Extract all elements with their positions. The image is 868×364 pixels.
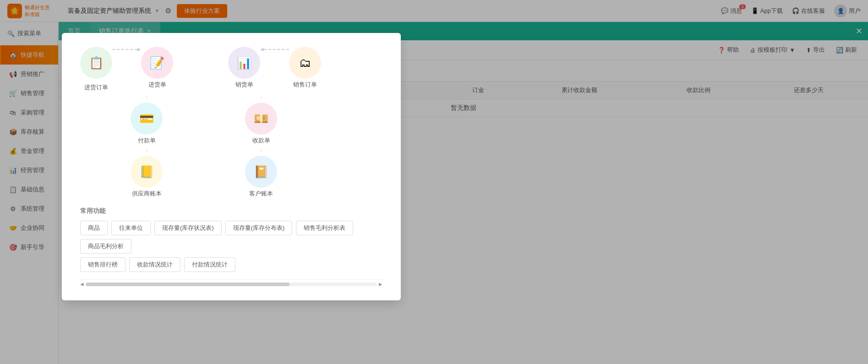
payment-in-icon: 💴	[254, 112, 268, 126]
scrollbar-thumb[interactable]	[86, 283, 289, 286]
dashed-line-1	[112, 49, 137, 50]
purchase-order-label: 进货订单	[84, 83, 108, 92]
arrow-2: ◀	[260, 47, 289, 62]
purchase-order-circle: 📋	[80, 47, 112, 79]
flow-popup: 📋 进货订单 ▶ 📝 进货单 📊 销货单 ◀	[62, 33, 401, 300]
common-functions: 常用功能 商品 往来单位 现存量(库存状况表) 现存量(库存分布表) 销售毛利分…	[80, 207, 382, 272]
flow-row-3: ↓ 📒 供应商账本 ↓ 📔 客户账本	[80, 145, 382, 198]
down-arrow-4: ↓	[260, 145, 262, 156]
payment-in-circle[interactable]: 💴	[245, 103, 277, 135]
col-customer-ledger: ↓ 📔 客户账本	[231, 145, 291, 198]
popup-scrollbar: ◀ ▶	[80, 279, 382, 287]
purchase-icon: 📝	[150, 56, 164, 70]
customer-ledger-icon: 📔	[254, 165, 268, 179]
scroll-left-icon[interactable]: ◀	[80, 282, 84, 287]
node-purchase-order[interactable]: 📋 进货订单	[80, 47, 112, 92]
func-btn-2[interactable]: 现存量(库存状况表)	[154, 221, 222, 235]
arrow-1: ▶	[112, 47, 141, 62]
sales-order-label: 销售订单	[293, 81, 317, 89]
func-btn-5[interactable]: 商品毛利分析	[80, 239, 131, 254]
payment-in-label: 收款单	[252, 136, 270, 145]
func-btn-3[interactable]: 现存量(库存分布表)	[225, 221, 293, 235]
supplier-ledger-icon: 📒	[139, 165, 154, 179]
func-btn-1[interactable]: 往来单位	[111, 221, 151, 235]
common-functions-title: 常用功能	[80, 207, 382, 215]
sales-label: 销货单	[235, 81, 253, 89]
scrollbar-track[interactable]	[86, 283, 377, 286]
node-purchase[interactable]: 📝 进货单	[141, 47, 173, 89]
down-arrow-3: ↓	[145, 145, 148, 156]
func-btn-7[interactable]: 收款情况统计	[129, 257, 180, 272]
down-arrow-2: ↓	[260, 92, 262, 103]
function-buttons: 商品 往来单位 现存量(库存状况表) 现存量(库存分布表) 销售毛利分析表 商品…	[80, 221, 382, 254]
supplier-ledger-label: 供应商账本	[132, 190, 162, 198]
func-btn-0[interactable]: 商品	[80, 221, 108, 235]
payment-out-circle[interactable]: 💳	[131, 103, 163, 135]
sales-icon: 📊	[237, 56, 251, 70]
flow-diagram: 📋 进货订单 ▶ 📝 进货单 📊 销货单 ◀	[80, 47, 382, 92]
sales-circle: 📊	[228, 47, 260, 79]
col-payment-in: ↓ 💴 收款单	[231, 92, 291, 145]
col-payment-out: ↓ 💳 付款单	[117, 92, 176, 145]
supplier-ledger-circle[interactable]: 📒	[131, 156, 163, 188]
payment-out-icon: 💳	[139, 112, 154, 126]
dashed-line-2	[264, 49, 289, 50]
scroll-right-icon[interactable]: ▶	[379, 282, 382, 287]
func-btn-4[interactable]: 销售毛利分析表	[296, 221, 353, 235]
down-arrow-1: ↓	[145, 92, 148, 103]
payment-out-label: 付款单	[138, 136, 156, 145]
sales-order-icon: 🗂	[299, 56, 311, 70]
purchase-label: 进货单	[148, 81, 166, 89]
sales-order-circle: 🗂	[289, 47, 321, 79]
spacer-1	[173, 47, 228, 57]
node-sales-order[interactable]: 🗂 销售订单	[289, 47, 321, 89]
col-supplier-ledger: ↓ 📒 供应商账本	[117, 145, 176, 198]
purchase-circle: 📝	[141, 47, 173, 79]
purchase-order-icon: 📋	[89, 56, 104, 70]
customer-ledger-circle[interactable]: 📔	[245, 156, 277, 188]
function-buttons-row2: 销售排行榜 收款情况统计 付款情况统计	[80, 257, 382, 272]
func-btn-6[interactable]: 销售排行榜	[80, 257, 126, 272]
customer-ledger-label: 客户账本	[249, 190, 273, 198]
arrow-left-icon: ◀	[260, 47, 264, 52]
func-btn-8[interactable]: 付款情况统计	[184, 257, 235, 272]
flow-row-2: ↓ 💳 付款单 ↓ 💴 收款单	[80, 92, 382, 145]
arrow-right-1: ▶	[137, 47, 141, 52]
node-sales[interactable]: 📊 销货单	[228, 47, 260, 89]
